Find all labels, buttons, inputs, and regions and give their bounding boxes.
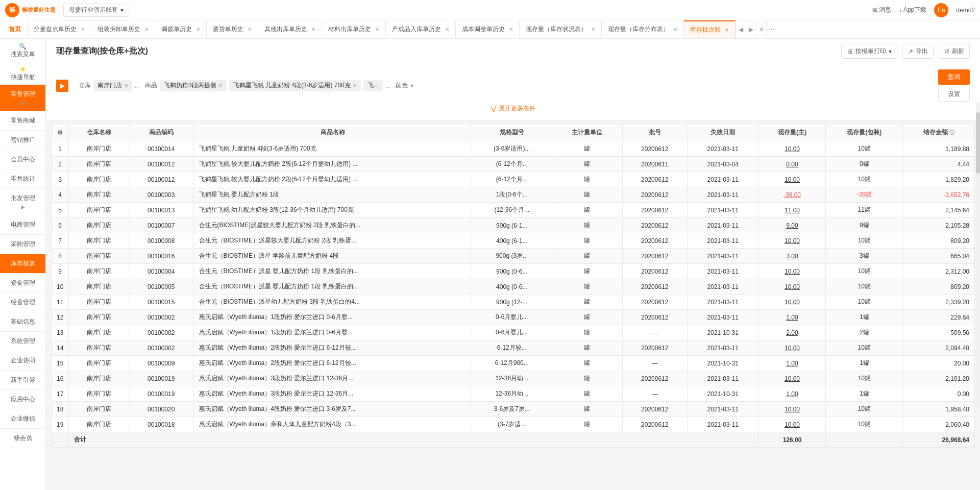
row-qty-main[interactable]: 2.00 [758,325,825,340]
avatar[interactable]: Ea [934,3,948,17]
row-qty-main[interactable]: 10.00 [758,141,825,157]
row-qty-main[interactable]: 10.00 [758,295,825,310]
tab-next-btn[interactable]: ▶ [746,20,756,39]
row-qty-main[interactable]: 0.00 [758,157,825,172]
row-qty-main[interactable]: 10.00 [758,340,825,356]
close-icon[interactable]: ✕ [144,27,149,32]
sidebar-item-quicknav[interactable]: ⚡ 快捷导航 [0,63,45,85]
tab-cailiaochukunhistory[interactable]: 材料出库单历史✕ [322,20,386,39]
toggle-filter-btn[interactable]: ▶ [56,80,68,92]
print-btn[interactable]: 🖨 按模板打印 ▾ [841,44,897,59]
row-qty-main[interactable]: 10.00 [758,264,825,279]
row-num: 10 [52,279,69,295]
sidebar-item-base-info[interactable]: 基础信息 [0,312,45,332]
tab-tiaobodanhistory[interactable]: 调拨单历史✕ [155,20,207,39]
row-qty-main[interactable]: 11.00 [758,203,825,218]
tab-prev-btn[interactable]: ◀ [736,20,746,39]
tab-more-btn[interactable]: ⋯ [766,20,776,39]
remove-product1-icon[interactable]: ✕ [218,83,223,88]
settings-btn[interactable]: 设置 [938,87,970,102]
row-num: 14 [52,340,69,356]
tab-qitachukunhistory[interactable]: 其他出库单历史✕ [258,20,322,39]
tab-chanchengpinruku[interactable]: 产成品入库单历史✕ [386,20,456,39]
more-warehouse-icon[interactable]: ... [135,82,140,89]
close-icon[interactable]: ✕ [445,27,449,32]
tab-home-label: 首页 [9,25,21,34]
row-unit: 罐 [552,386,622,402]
tab-close-btn[interactable]: ✕ [756,20,766,39]
query-btn[interactable]: 查询 [938,69,970,85]
app-download-btn[interactable]: ↓ App下载 [899,6,926,14]
row-qty-main[interactable]: -39.00 [758,187,825,203]
row-qty-main[interactable]: 10.00 [758,402,825,417]
sidebar-item-guide[interactable]: 新手引导 [0,371,45,390]
product-tag3[interactable]: 飞... [363,80,383,91]
refresh-btn[interactable]: ↺ 刷新 [939,44,970,59]
sidebar-item-system[interactable]: 系统管理 [0,332,45,351]
row-spec: 400g (6-1... [472,233,552,249]
export-icon: ↗ [908,48,913,55]
sidebar-item-enterprise[interactable]: 企业协同 [0,351,45,371]
info-icon[interactable]: ⓘ [949,130,954,135]
remove-product2-icon[interactable]: ✕ [353,83,357,88]
industry-selector[interactable]: 母婴行业演示账套 ▾ [63,4,129,17]
sidebar-item-business[interactable]: 经营管理 [0,293,45,312]
close-icon[interactable]: ✕ [311,27,315,32]
row-qty-main[interactable]: 1.00 [758,310,825,325]
close-icon[interactable]: ✕ [375,27,379,32]
product-tag2[interactable]: 飞鹤星飞帆 儿童奶粉 4段(3-6岁适用) 700克 ✕ [229,80,361,91]
sidebar-item-ecommerce[interactable]: 电商管理 [0,215,45,235]
sidebar-item-appstore[interactable]: 应用中心 [0,390,45,409]
sidebar-item-finance[interactable]: 资金管理 [0,274,45,293]
close-icon[interactable]: ✕ [509,27,513,32]
sidebar-item-search[interactable]: 🔍 搜索菜单 [0,39,45,63]
sidebar-item-purchase[interactable]: 采购管理 [0,235,45,254]
close-icon[interactable]: ✕ [591,27,595,32]
export-btn[interactable]: ↗ 导出 [902,44,934,59]
close-icon[interactable]: ✕ [248,27,252,32]
row-qty-main[interactable]: 10.00 [758,417,825,432]
row-code: 00100019 [129,386,193,402]
row-qty-main[interactable]: 9.00 [758,218,825,233]
close-icon[interactable]: ✕ [196,27,200,32]
close-icon[interactable]: ✕ [673,27,677,32]
sidebar-item-inventory[interactable]: 库存核算 [0,254,45,274]
row-amount: 809.20 [903,279,974,295]
sidebar-item-member2[interactable]: 畅会员 [0,429,45,448]
row-qty-main[interactable]: 10.00 [758,172,825,187]
sidebar-item-member[interactable]: 会员中心 [0,150,45,169]
sidebar-item-retail-stats[interactable]: 零售统计 [0,169,45,189]
tab-chenbenzhengdan[interactable]: 成本调整单历史✕ [456,20,520,39]
warehouse-tag[interactable]: 南岸门店 ✕ [93,80,132,91]
row-expiry: 2021-03-11 [687,203,758,218]
sidebar-item-retail-mgmt[interactable]: 零售管理 ▶ [0,85,45,111]
row-qty-main[interactable]: 1.00 [758,356,825,371]
close-icon[interactable]: ✕ [81,27,85,32]
tab-yaohuo[interactable]: 要货单历史✕ [207,20,258,39]
tab-zuzhuangchaizuo[interactable]: 组装拆卸单历史✕ [91,20,155,39]
row-qty-main[interactable]: 1.00 [758,386,825,402]
close-icon[interactable]: ✕ [725,27,729,33]
color-chevron-icon[interactable]: ▾ [410,82,413,89]
row-name: 惠氏启赋（Wyeth illuma）3段奶粉 爱尔兰进口 12-36月... [193,371,472,386]
tab-xiancunliangzhuangkuang[interactable]: 现存量（库存状况表）✕ [520,20,602,39]
remove-warehouse-icon[interactable]: ✕ [124,83,128,88]
row-qty-main[interactable]: 10.00 [758,233,825,249]
sidebar-item-wechat[interactable]: 企业微信 [0,409,45,429]
messages-btn[interactable]: ✉ 消息 [872,6,891,14]
row-qty-main[interactable]: 10.00 [758,279,825,295]
more-product-icon[interactable]: ... [385,82,390,89]
row-qty-pkg: 10罐 [826,172,903,187]
tab-home[interactable]: 首页 [3,20,28,39]
sidebar-item-marketing[interactable]: 营销推广 [0,131,45,150]
row-qty-main[interactable]: 10.00 [758,371,825,386]
expand-more-btn[interactable]: ⋁ 展开更多条件 [56,102,970,115]
col-settings[interactable]: ⚙ [52,124,69,141]
tab-fenliangpandian[interactable]: 分量盘点单历史✕ [28,20,91,39]
tab-xiancunliangfenbu[interactable]: 现存量（库存分布表）✕ [602,20,684,39]
row-qty-main[interactable]: 3.00 [758,249,825,264]
sidebar-item-wholesale[interactable]: 批发管理 ▶ [0,189,45,215]
product-tag1[interactable]: 飞鹤奶粉3段两提装 ✕ [160,80,227,91]
sidebar-item-retail-shop[interactable]: 零售商城 [0,111,45,131]
tab-kucunpicicun[interactable]: 库存批次账✕ [684,20,736,39]
